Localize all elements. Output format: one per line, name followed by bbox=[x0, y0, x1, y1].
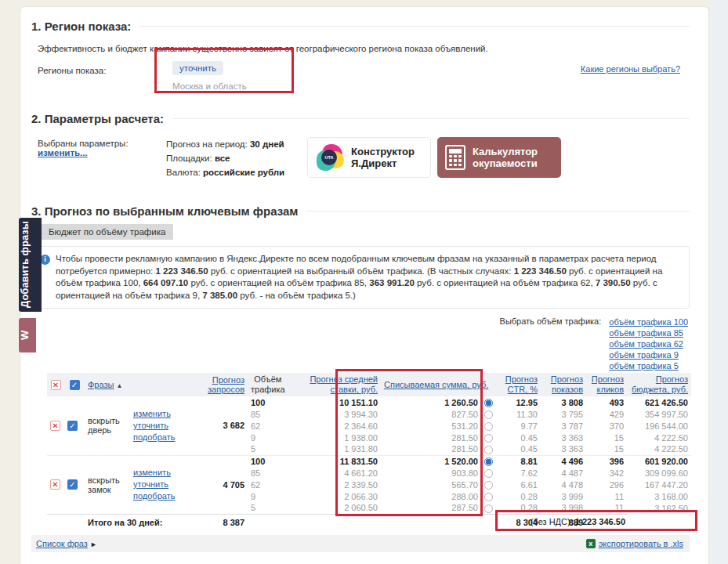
clicks-value: 493 bbox=[586, 396, 627, 408]
ctr-value: 9.77 bbox=[500, 420, 541, 432]
clicks-value: 396 bbox=[586, 455, 627, 467]
bid-value: 1 938.00 bbox=[284, 432, 381, 443]
delete-all-icon[interactable]: ✕ bbox=[51, 380, 61, 390]
chosen-params-label: Выбраны параметры: bbox=[38, 139, 129, 148]
traffic-value: 100 bbox=[248, 396, 284, 408]
ctr-value: 0.45 bbox=[500, 432, 541, 443]
budget-value: 309 099.60 bbox=[627, 467, 691, 479]
bid-value: 2 060.50 bbox=[284, 502, 381, 514]
traffic-radio[interactable] bbox=[484, 399, 493, 407]
phrase-action-link[interactable]: подобрать bbox=[133, 490, 183, 502]
header-bid-link[interactable]: Прогноз средней ставки, руб. bbox=[303, 374, 378, 395]
section2-heading: 2. Параметры расчета: bbox=[31, 112, 690, 125]
traffic-value: 62 bbox=[248, 479, 284, 490]
phrase-list-link[interactable]: Список фраз bbox=[36, 539, 88, 548]
phrase-action-link[interactable]: подобрать bbox=[133, 432, 183, 443]
export-xls-link[interactable]: экспортировать в .xls bbox=[599, 539, 683, 548]
constructor-banner-label: Конструктор Я.Директ bbox=[351, 146, 415, 169]
regions-label: Регионы показа: bbox=[38, 66, 106, 75]
section-region: 1. Регион показа: Эффективность и бюджет… bbox=[31, 20, 690, 116]
traffic-radio[interactable] bbox=[484, 410, 493, 419]
traffic-volume-link[interactable]: объём трафика 9 bbox=[609, 349, 688, 360]
phrase-checkbox[interactable]: ✓ bbox=[67, 479, 78, 490]
constructor-banner[interactable]: UTA Конструктор Я.Директ bbox=[307, 137, 431, 178]
param-period: Прогноз на период: 30 дней bbox=[166, 137, 284, 151]
budget-value: 601 920.00 bbox=[627, 455, 691, 467]
traffic-radio[interactable] bbox=[484, 493, 493, 501]
forecast-table: ✕ ✓ Фразы ▲ Прогноз запросов Объём трафи… bbox=[47, 373, 691, 530]
phrase-action-link[interactable]: уточнить bbox=[133, 420, 183, 432]
traffic-radio[interactable] bbox=[484, 481, 493, 490]
shows-value: 3 998 bbox=[541, 502, 586, 514]
param-currency: Валюта: российские рубли bbox=[166, 165, 284, 179]
traffic-volume-link[interactable]: объём трафика 5 bbox=[609, 360, 688, 371]
ctr-value: 6.61 bbox=[500, 479, 541, 490]
traffic-value: 85 bbox=[248, 467, 284, 479]
traffic-value: 9 bbox=[248, 432, 284, 443]
traffic-value: 85 bbox=[248, 408, 284, 420]
bid-value: 2 066.30 bbox=[284, 490, 381, 502]
shows-value: 4 496 bbox=[541, 455, 586, 467]
clicks-value: 296 bbox=[586, 479, 627, 490]
which-regions-link[interactable]: Какие регионы выбрать? bbox=[581, 64, 680, 74]
phrase-text: вскрыть дверь bbox=[85, 396, 130, 455]
delete-phrase-icon[interactable]: ✕ bbox=[50, 479, 60, 490]
ctr-value: 7.62 bbox=[500, 467, 541, 479]
tab-budget-by-traffic[interactable]: Бюджет по объёму трафика bbox=[41, 224, 173, 240]
region-value: Москва и область bbox=[172, 81, 290, 91]
calculator-banner-label: Калькулятор окупаемости bbox=[473, 146, 538, 169]
shows-value: 3 999 bbox=[541, 490, 586, 502]
add-phrases-tab[interactable]: Добавить фразы bbox=[19, 218, 42, 312]
select-all-checkbox[interactable]: ✓ bbox=[70, 380, 80, 390]
traffic-value: 9 bbox=[248, 490, 284, 502]
queries-value: 4 705 bbox=[187, 455, 248, 514]
refine-regions-button[interactable]: уточнить bbox=[172, 61, 223, 75]
traffic-radio[interactable] bbox=[484, 469, 493, 478]
traffic-radio[interactable] bbox=[484, 422, 493, 431]
traffic-radio[interactable] bbox=[484, 434, 493, 443]
traffic-radio[interactable] bbox=[484, 504, 493, 513]
delete-phrase-icon[interactable]: ✕ bbox=[50, 421, 60, 431]
traffic-volume-link[interactable]: объём трафика 100 bbox=[609, 316, 688, 327]
sort-phrases-link[interactable]: Фразы bbox=[88, 380, 114, 389]
budget-value: 3 168.00 bbox=[627, 490, 691, 502]
forecast-card: 1. Регион показа: Эффективность и бюджет… bbox=[20, 6, 709, 564]
header-clicks-link[interactable]: Прогноз кликов bbox=[589, 374, 624, 395]
traffic-radio[interactable] bbox=[484, 457, 493, 466]
page-background-strip bbox=[710, 0, 728, 564]
header-shows-link[interactable]: Прогноз показов bbox=[544, 374, 583, 395]
w-side-tab[interactable]: W bbox=[19, 318, 36, 352]
queries-value: 3 682 bbox=[187, 396, 248, 455]
select-traffic-label: Выбрать объём трафика: bbox=[500, 316, 602, 326]
clicks-value: 11 bbox=[586, 502, 627, 514]
phrase-action-link[interactable]: уточнить bbox=[133, 479, 183, 490]
header-queries-link[interactable]: Прогноз запросов bbox=[208, 375, 244, 394]
table-header-row: ✕ ✓ Фразы ▲ Прогноз запросов Объём трафи… bbox=[47, 373, 691, 396]
phrase-links: изменитьуточнитьподобрать bbox=[130, 455, 187, 514]
ctr-value: 12.95 bbox=[500, 396, 541, 408]
writeoff-value: 1 520.00 bbox=[381, 455, 481, 467]
header-writeoff-link[interactable]: Списываемая сумма, руб. bbox=[384, 380, 488, 389]
phrase-action-link[interactable]: изменить bbox=[133, 467, 183, 479]
traffic-value: 100 bbox=[248, 455, 284, 467]
calculator-banner[interactable]: Калькулятор окупаемости bbox=[437, 137, 561, 178]
traffic-links: объём трафика 100объём трафика 85объём т… bbox=[609, 316, 688, 371]
traffic-volume-link[interactable]: объём трафика 62 bbox=[609, 338, 688, 349]
traffic-radio[interactable] bbox=[484, 446, 493, 454]
totals-queries: 8 387 bbox=[187, 514, 248, 530]
header-ctr-link[interactable]: Прогноз CTR, % bbox=[503, 374, 538, 395]
bid-value: 11 831.50 bbox=[284, 455, 381, 467]
writeoff-value: 281.50 bbox=[381, 443, 481, 455]
phrase-links: изменитьуточнитьподобрать bbox=[130, 396, 187, 455]
budget-value: 196 544.00 bbox=[627, 420, 691, 432]
traffic-volume-link[interactable]: объём трафика 85 bbox=[609, 327, 688, 338]
writeoff-value: 287.50 bbox=[381, 502, 481, 514]
writeoff-value: 565.70 bbox=[381, 479, 481, 490]
edit-params-link[interactable]: изменить... bbox=[38, 148, 88, 157]
section-forecast: 3. Прогноз по выбранным ключевым фразам … bbox=[31, 204, 690, 552]
phrase-action-link[interactable]: изменить bbox=[133, 408, 183, 420]
totals-budget: (без НДС): 1 223 346.50 bbox=[586, 514, 627, 530]
ctr-value: 0.28 bbox=[500, 490, 541, 502]
phrase-checkbox[interactable]: ✓ bbox=[67, 421, 78, 431]
header-budget-link[interactable]: Прогноз бюджета, руб. bbox=[630, 374, 688, 395]
